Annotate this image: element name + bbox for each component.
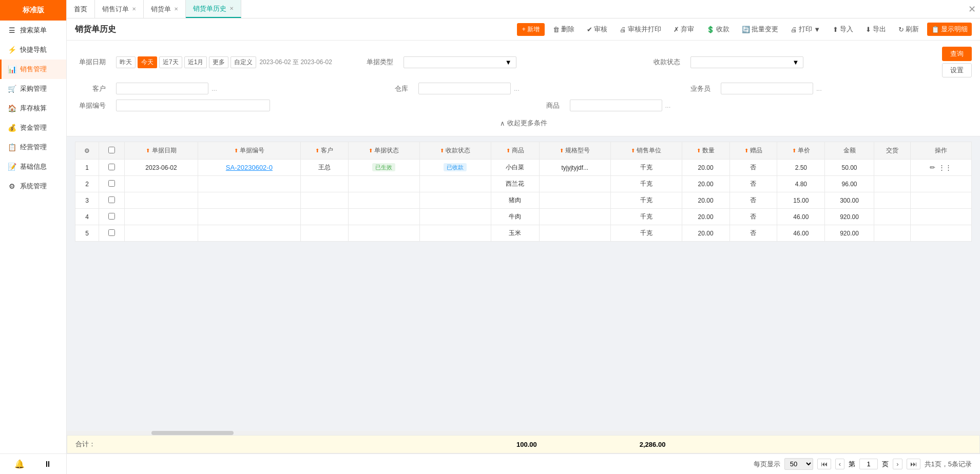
close-sales-order-icon[interactable]: ✕ [132,6,136,12]
tab-sales-history[interactable]: 销货单历史 ✕ [186,0,241,18]
edit-action-icon[interactable]: ✏ [930,164,935,171]
th-doc-status[interactable]: ⬆ 单据状态 [348,142,419,160]
tab-bar-close[interactable]: ✕ [968,4,980,15]
finance-mgmt-icon: 💰 [8,124,16,132]
customer-filter: ... [116,83,367,94]
date-btn-1month[interactable]: 近1月 [184,56,207,68]
close-sales-history-icon[interactable]: ✕ [229,6,234,11]
row-checkbox[interactable] [108,180,115,187]
setting-button[interactable]: 设置 [942,63,972,77]
goods-input[interactable] [570,100,662,111]
page-input[interactable] [859,459,878,469]
date-btn-custom[interactable]: 自定义 [230,56,256,68]
collapse-button[interactable]: ∧ 收起更多条件 [75,116,972,130]
row-checkbox[interactable] [108,196,115,203]
doc-no-input[interactable] [116,100,270,111]
th-gift[interactable]: ⬆ 赠品 [729,142,777,160]
sort-icon: ⬆ [631,148,635,153]
more-action-icon[interactable]: ⋮⋮ [938,164,952,171]
th-doc-no[interactable]: ⬆ 单据编号 [198,142,300,160]
unit-cell: 千克 [610,192,682,209]
sidebar-item-purchase-mgmt[interactable]: 🛒 采购管理 [0,79,66,98]
row-checkbox[interactable] [108,164,115,170]
sidebar-item-quick-nav[interactable]: ⚡ 快捷导航 [0,40,66,60]
new-button[interactable]: + 新增 [517,23,545,36]
collect-button[interactable]: 💲 收款 [702,23,734,36]
prev-page-button[interactable]: ‹ [835,459,844,469]
notification-icon[interactable]: 🔔 [14,459,25,469]
action-cell [910,192,971,209]
sidebar-item-operation-mgmt[interactable]: 📋 经营管理 [0,137,66,157]
export-button[interactable]: ⬇ 导出 [861,23,890,36]
checkbox-cell[interactable] [99,160,125,176]
business-dots[interactable]: ... [816,85,822,92]
pause-icon[interactable]: ⏸ [44,460,52,469]
date-btn-7days[interactable]: 近7天 [159,56,182,68]
show-detail-button[interactable]: 📋 显示明细 [927,23,972,36]
review-button[interactable]: ✔ 审核 [583,23,611,36]
payment-status-select[interactable]: ▼ [690,56,803,68]
th-qty[interactable]: ⬆ 数量 [682,142,729,160]
first-page-button[interactable]: ⏮ [817,459,831,469]
doc-type-select[interactable]: ▼ [403,56,516,68]
warehouse-filter: ... [418,83,669,94]
th-gear[interactable]: ⚙ [75,142,99,160]
table-scrollbar[interactable] [67,431,980,435]
import-button[interactable]: ⬆ 导入 [829,23,857,36]
date-label: 单据日期 [75,57,106,67]
select-all-checkbox[interactable] [108,147,115,153]
th-doc-date[interactable]: ⬆ 单据日期 [125,142,198,160]
tab-home[interactable]: 首页 [67,0,95,18]
refresh-button[interactable]: ↻ 刷新 [894,23,923,36]
review-print-button[interactable]: 🖨 审核并打印 [616,23,665,36]
warehouse-dots[interactable]: ... [514,85,520,92]
sidebar-item-inventory-calc[interactable]: 🏠 库存核算 [0,98,66,118]
doc-no-link[interactable]: SA-20230602-0 [226,164,273,171]
date-btn-yesterday[interactable]: 昨天 [116,56,136,68]
close-sales-goods-icon[interactable]: ✕ [174,6,178,12]
th-payment-status[interactable]: ⬆ 收款状态 [419,142,491,160]
discard-button[interactable]: ✗ 弃审 [669,23,698,36]
th-checkbox[interactable] [99,142,125,160]
checkbox-cell[interactable] [99,192,125,209]
tab-home-label: 首页 [74,5,87,14]
customer-input[interactable] [116,83,208,94]
checkbox-cell[interactable] [99,176,125,192]
date-btn-more[interactable]: 更多 [209,56,228,68]
sidebar-item-finance-mgmt[interactable]: 💰 资金管理 [0,118,66,137]
sidebar-item-system-mgmt[interactable]: ⚙ 系统管理 [0,176,66,196]
last-page-button[interactable]: ⏭ [907,459,920,469]
print-button[interactable]: 🖨 打印 ▼ [786,23,824,36]
th-customer[interactable]: ⬆ 客户 [300,142,348,160]
payment-status-cell [419,209,491,225]
checkbox-cell[interactable] [99,225,125,242]
tab-sales-order[interactable]: 销售订单 ✕ [95,0,144,18]
date-btn-today[interactable]: 今天 [138,56,157,68]
sidebar-item-sales-mgmt[interactable]: 📊 销售管理 [0,60,66,79]
sidebar-item-basic-info[interactable]: 📝 基础信息 [0,157,66,176]
page-size-select[interactable]: 50 100 200 [784,458,813,470]
row-checkbox[interactable] [108,213,115,220]
sidebar-item-label: 搜索菜单 [20,26,47,35]
customer-dots[interactable]: ... [212,85,217,92]
doc-no-cell: SA-20230602-0 [198,160,300,176]
th-spec[interactable]: ⬆ 规格型号 [539,142,610,160]
scroll-thumb[interactable] [151,431,234,435]
th-price[interactable]: ⬆ 单价 [777,142,825,160]
tab-sales-goods[interactable]: 销货单 ✕ [144,0,186,18]
th-unit[interactable]: ⬆ 销售单位 [610,142,682,160]
th-goods[interactable]: ⬆ 商品 [491,142,539,160]
th-trade: 交货 [874,142,910,160]
delete-button[interactable]: 🗑 删除 [549,23,579,36]
sidebar-item-search-menu[interactable]: ☰ 搜索菜单 [0,21,66,40]
query-button[interactable]: 查询 [942,47,972,61]
batch-change-button[interactable]: 🔄 批量变更 [738,23,782,36]
warehouse-input[interactable] [418,83,511,94]
row-checkbox[interactable] [108,229,115,236]
checkbox-cell[interactable] [99,209,125,225]
next-page-button[interactable]: › [893,459,902,469]
payment-status-badge: 已收款 [444,163,467,171]
goods-dots[interactable]: ... [665,102,671,109]
business-input[interactable] [721,83,813,94]
action-cell [910,209,971,225]
